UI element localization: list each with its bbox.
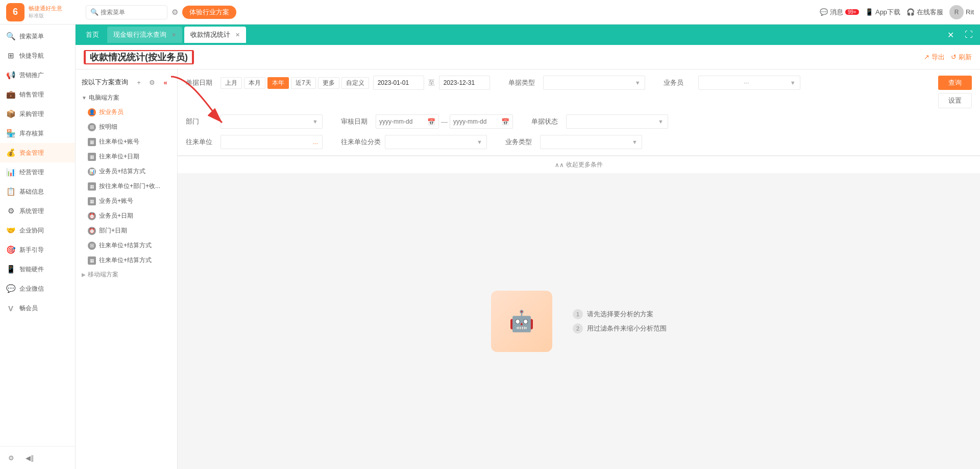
try-industry-btn[interactable]: 体验行业方案 bbox=[182, 6, 236, 19]
doctype-chevron: ▼ bbox=[635, 80, 641, 86]
date-to-input[interactable] bbox=[439, 76, 490, 90]
refresh-label: 刷新 bbox=[959, 53, 972, 62]
mobile-group-arrow: ▶ bbox=[82, 272, 86, 277]
biz-type-chevron: ▼ bbox=[632, 139, 638, 145]
enterprise-icon: 🤝 bbox=[6, 226, 15, 235]
review-date-from-input[interactable] bbox=[379, 118, 425, 125]
sidebar-collapse-btn[interactable]: ◀‖ bbox=[22, 451, 37, 465]
filter-row-2: 部门 ▼ 审核日期 bbox=[186, 114, 972, 129]
scheme-item-partner-dept-collect[interactable]: ▦ 按往来单位+部门+收... bbox=[76, 179, 177, 194]
refresh-btn[interactable]: ↺ 刷新 bbox=[951, 53, 972, 62]
sidebar-item-system[interactable]: ⚙ 系统管理 bbox=[0, 201, 75, 221]
empty-illustration: 🤖 bbox=[491, 291, 552, 352]
salesperson-more-btn[interactable]: ··· bbox=[744, 79, 749, 86]
sidebar-label-smart-hw: 智能硬件 bbox=[19, 265, 44, 274]
sidebar-item-member[interactable]: V 畅会员 bbox=[0, 298, 75, 318]
scheme-item-partner-date[interactable]: ▦ 往来单位+日期 bbox=[76, 149, 177, 164]
scheme-item-partner-payment2[interactable]: ▦ 往来单位+结算方式 bbox=[76, 253, 177, 268]
date-from-input[interactable] bbox=[373, 76, 424, 90]
sidebar-item-search-menu[interactable]: 🔍 搜索菜单 bbox=[0, 27, 75, 46]
partner-category-chevron: ▼ bbox=[477, 139, 482, 145]
online-service-btn[interactable]: 🎧 在线客服 bbox=[906, 8, 943, 17]
sidebar-item-finance[interactable]: 💰 资金管理 bbox=[0, 143, 75, 162]
doc-status-select[interactable]: ▼ bbox=[566, 114, 668, 129]
mobile-group-label: 移动端方案 bbox=[88, 270, 118, 279]
query-btn[interactable]: 查询 bbox=[938, 76, 972, 90]
sidebar-item-marketing[interactable]: 📢 营销推广 bbox=[0, 65, 75, 85]
system-icon: ⚙ bbox=[6, 206, 15, 216]
tab-bar: 首页 现金银行流水查询 ✕ 收款情况统计 ✕ ✕ ⛶ bbox=[76, 25, 980, 45]
partner-more-btn[interactable]: ... bbox=[313, 138, 318, 146]
calendar-from-icon[interactable]: 📅 bbox=[427, 118, 435, 126]
sidebar-item-quick-nav[interactable]: ⊞ 快捷导航 bbox=[0, 46, 75, 65]
date-btn-7days[interactable]: 近7天 bbox=[291, 77, 316, 89]
tab-bank-flow[interactable]: 现金银行流水查询 ✕ bbox=[107, 27, 182, 43]
service-icon: 🎧 bbox=[906, 8, 915, 16]
dept-label: 部门 bbox=[186, 117, 216, 126]
sidebar-item-sales[interactable]: 💼 销售管理 bbox=[0, 85, 75, 104]
date-btn-this-month[interactable]: 本月 bbox=[244, 77, 265, 89]
scheme-item-salesperson-payment[interactable]: 📊 业务员+结算方式 bbox=[76, 164, 177, 179]
date-btn-this-year[interactable]: 本年 bbox=[267, 77, 289, 89]
sidebar-item-inventory[interactable]: 🏪 库存核算 bbox=[0, 124, 75, 143]
scheme-item-partner-payment1-label: 往来单位+结算方式 bbox=[99, 241, 152, 250]
menu-search-box[interactable]: 🔍 bbox=[86, 5, 167, 19]
tab-close-all-btn[interactable]: ✕ bbox=[943, 28, 958, 42]
sidebar-item-enterprise[interactable]: 🤝 企业协同 bbox=[0, 221, 75, 240]
scheme-item-partner-account[interactable]: ▦ 往来单位+账号 bbox=[76, 134, 177, 149]
collapse-bar[interactable]: ∧∧ 收起更多条件 bbox=[178, 156, 980, 173]
menu-search-input[interactable] bbox=[101, 9, 152, 16]
scheme-item-dept-date-label: 部门+日期 bbox=[99, 226, 127, 235]
tab-maximize-btn[interactable]: ⛶ bbox=[962, 28, 976, 42]
calendar-to-icon[interactable]: 📅 bbox=[501, 118, 509, 126]
scheme-settings-btn[interactable]: ⚙ bbox=[146, 77, 158, 88]
scheme-item-by-salesperson[interactable]: 👤 按业务员 bbox=[76, 105, 177, 120]
filter-biz-type-area: 业务类型 ▼ bbox=[505, 135, 642, 149]
sidebar-item-enterprise-wechat[interactable]: 💬 企业微信 bbox=[0, 279, 75, 298]
sidebar-item-newbie[interactable]: 🎯 新手引导 bbox=[0, 240, 75, 260]
export-btn[interactable]: ↗ 导出 bbox=[924, 53, 945, 62]
sidebar-settings-btn[interactable]: ⚙ bbox=[4, 451, 18, 465]
dept-select[interactable]: ▼ bbox=[220, 114, 323, 129]
scheme-item-salesperson-account[interactable]: ▦ 业务员+账号 bbox=[76, 194, 177, 208]
review-date-label: 审核日期 bbox=[341, 117, 372, 126]
nav-settings-icon[interactable]: ⚙ bbox=[172, 8, 178, 17]
scheme-item-salesperson-date[interactable]: ⏰ 业务员+日期 bbox=[76, 208, 177, 223]
tab-collection-stats[interactable]: 收款情况统计 ✕ bbox=[184, 27, 246, 43]
tab-home[interactable]: 首页 bbox=[80, 27, 105, 43]
sidebar-item-operation[interactable]: 📊 经营管理 bbox=[0, 162, 75, 182]
user-avatar-btn[interactable]: R Rit bbox=[949, 5, 974, 19]
main-content: 按以下方案查询 + ⚙ « ▼ 电脑端方案 bbox=[76, 69, 980, 469]
salesperson-select[interactable]: ··· ▼ bbox=[698, 76, 800, 90]
scheme-item-partner-payment1[interactable]: ⊞ 往来单位+结算方式 bbox=[76, 238, 177, 253]
sidebar-label-search-menu: 搜索菜单 bbox=[19, 32, 44, 41]
scheme-item-by-detail[interactable]: ⊞ 按明细 bbox=[76, 120, 177, 134]
partner-select[interactable]: ... bbox=[220, 135, 323, 149]
review-date-to-input[interactable] bbox=[453, 118, 499, 125]
date-btn-last-month[interactable]: 上月 bbox=[220, 77, 242, 89]
date-btn-more[interactable]: 更多 bbox=[318, 77, 339, 89]
app-download-btn[interactable]: 📱 App下载 bbox=[865, 8, 900, 17]
online-service-label: 在线客服 bbox=[917, 8, 943, 17]
filter-doctype-area: 单据类型 ▼ bbox=[508, 76, 645, 90]
doctype-select[interactable]: ▼ bbox=[543, 76, 645, 90]
tab-collection-stats-close[interactable]: ✕ bbox=[235, 32, 240, 38]
purchase-icon: 📦 bbox=[6, 109, 15, 119]
sidebar-item-basic-info[interactable]: 📋 基础信息 bbox=[0, 182, 75, 201]
scheme-add-btn[interactable]: + bbox=[133, 77, 144, 88]
scheme-collapse-btn[interactable]: « bbox=[160, 77, 171, 88]
sidebar-label-enterprise-wechat: 企业微信 bbox=[19, 285, 44, 293]
sidebar-item-smart-hw[interactable]: 📱 智能硬件 bbox=[0, 260, 75, 279]
date-btn-custom[interactable]: 自定义 bbox=[341, 77, 369, 89]
top-bar: 6 畅捷通好生意 标准版 🔍 ⚙ 体验行业方案 💬 消息 99+ 📱 App下载 bbox=[0, 0, 980, 25]
filter-settings-btn[interactable]: 设置 bbox=[938, 93, 972, 108]
tab-bank-flow-close[interactable]: ✕ bbox=[172, 32, 176, 38]
logo-area: 6 畅捷通好生意 标准版 bbox=[6, 3, 82, 21]
messages-btn[interactable]: 💬 消息 99+ bbox=[820, 8, 859, 17]
sidebar-item-purchase[interactable]: 📦 采购管理 bbox=[0, 104, 75, 124]
scheme-item-dept-date[interactable]: ⏰ 部门+日期 bbox=[76, 223, 177, 238]
mobile-group-header[interactable]: ▶ 移动端方案 bbox=[76, 268, 177, 282]
partner-category-select[interactable]: ▼ bbox=[385, 135, 487, 149]
biz-type-select[interactable]: ▼ bbox=[540, 135, 642, 149]
desktop-group-header[interactable]: ▼ 电脑端方案 bbox=[76, 91, 177, 105]
